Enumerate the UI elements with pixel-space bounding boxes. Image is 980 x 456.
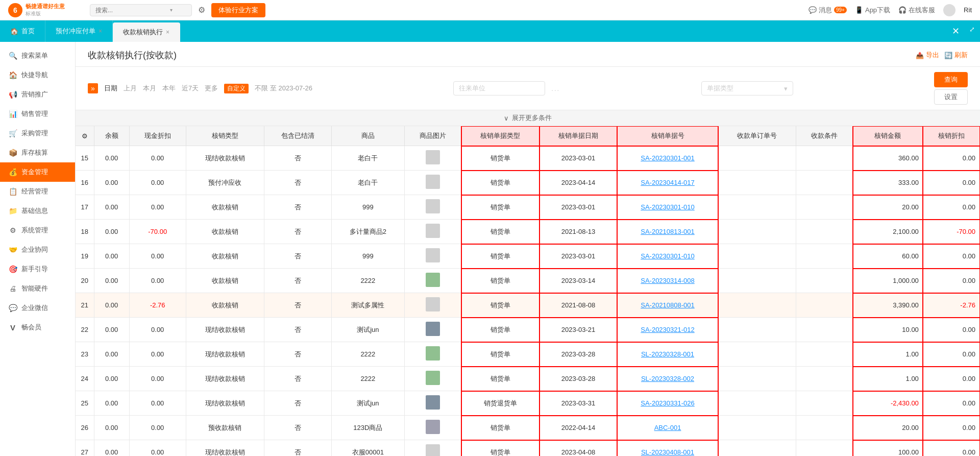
logo-icon: 6 (8, 3, 22, 17)
cell-discount: 0.00 (923, 269, 979, 293)
sidebar-item-quicknav[interactable]: 🏠 快捷导航 (0, 65, 75, 85)
sidebar-item-guide[interactable]: 🎯 新手引导 (0, 259, 75, 279)
cell-amount: 3,390.00 (853, 293, 923, 318)
cell-type: 现结收款核销 (186, 391, 264, 416)
date-7days[interactable]: 近7天 (182, 84, 199, 93)
cell-cash-discount: 0.00 (129, 342, 186, 367)
sidebar-item-collaboration[interactable]: 🤝 企业协同 (0, 240, 75, 259)
document-type-select[interactable]: 单据类型 ▾ (701, 81, 793, 95)
sidebar-item-hardware[interactable]: 🖨 智能硬件 (0, 279, 75, 298)
cell-discount: 0.00 (923, 391, 979, 416)
cell-doc-type: 销货单 (461, 416, 540, 440)
cell-doc-no[interactable]: SA-20230301-001 (617, 146, 718, 171)
cell-doc-no[interactable]: SL-20230328-002 (617, 367, 718, 391)
sidebar-item-basic-info[interactable]: 📁 基础信息 (0, 201, 75, 221)
sidebar-item-operations[interactable]: 📋 经营管理 (0, 182, 75, 201)
cell-doc-date: 2021-08-13 (540, 220, 618, 244)
close-prepay-tab-icon[interactable]: × (99, 28, 102, 35)
sidebar-item-sales[interactable]: 📊 销售管理 (0, 104, 75, 124)
message-item[interactable]: 💬 消息 99+ (808, 6, 847, 15)
action-buttons: 查询 设置 (934, 72, 968, 105)
cell-balance: 0.00 (94, 244, 129, 269)
cell-included: 否 (264, 244, 331, 269)
cell-cash-discount: 0.00 (129, 367, 186, 391)
cell-included: 否 (264, 220, 331, 244)
cell-balance: 0.00 (94, 220, 129, 244)
cell-included: 否 (264, 195, 331, 220)
from-unit-field[interactable]: 往来单位 (453, 81, 545, 95)
sidebar-item-weixin[interactable]: 💬 企业微信 (0, 298, 75, 318)
date-last-month[interactable]: 上月 (124, 84, 137, 93)
sidebar-item-system[interactable]: ⚙ 系统管理 (0, 221, 75, 240)
cell-doc-date: 2023-04-14 (540, 171, 618, 195)
online-service-item[interactable]: 🎧 在线客服 (898, 6, 935, 15)
expand-more-bar[interactable]: ∨ 展开更多条件 (76, 110, 980, 126)
cell-doc-no[interactable]: SA-20230414-017 (617, 171, 718, 195)
date-more[interactable]: 更多 (205, 84, 218, 93)
cell-payment-cond (796, 391, 852, 416)
query-button[interactable]: 查询 (934, 72, 968, 87)
col-product: 商品 (331, 126, 405, 146)
setting-button[interactable]: 设置 (934, 89, 968, 105)
cell-doc-no[interactable]: SA-20230314-008 (617, 269, 718, 293)
search-input[interactable] (95, 7, 167, 14)
sidebar-item-inventory[interactable]: 📦 库存核算 (0, 143, 75, 162)
close-collection-tab-icon[interactable]: × (166, 29, 169, 36)
logo-area: 6 畅捷通谱好生意 标准版 (8, 3, 84, 17)
refresh-button[interactable]: 🔄 刷新 (944, 51, 968, 60)
avatar[interactable] (943, 4, 955, 16)
expand-tabs-icon[interactable]: ⤢ (969, 26, 975, 33)
col-settings[interactable]: ⚙ (76, 126, 94, 146)
cell-discount: 0.00 (923, 342, 979, 367)
filter-toggle-button[interactable]: » (88, 83, 98, 93)
cell-product: 老白干 (331, 146, 405, 171)
sidebar-item-purchase[interactable]: 🛒 采购管理 (0, 124, 75, 143)
sidebar-item-member[interactable]: V 畅会员 (0, 318, 75, 337)
app-download-item[interactable]: 📱 App下载 (855, 6, 890, 15)
sidebar-item-marketing[interactable]: 📢 营销推广 (0, 85, 75, 104)
cell-doc-type: 销货单 (461, 195, 540, 220)
industry-button[interactable]: 体验行业方案 (211, 3, 265, 17)
right-content: 收款核销执行(按收款) 📤 导出 🔄 刷新 » 日期 上月 本月 本年 近7天 … (76, 42, 980, 456)
cell-doc-no[interactable]: SA-20230301-010 (617, 195, 718, 220)
date-custom[interactable]: 自定义 (224, 84, 249, 93)
cell-doc-no[interactable]: SA-20230301-010 (617, 244, 718, 269)
cell-product: 2222 (331, 269, 405, 293)
cell-doc-no[interactable]: SA-20230331-026 (617, 391, 718, 416)
cell-discount: 0.00 (923, 195, 979, 220)
tab-prepay[interactable]: 预付冲应付单 × (45, 20, 113, 42)
cell-doc-no[interactable]: SA-20210808-001 (617, 293, 718, 318)
gear-icon[interactable]: ⚙ (198, 5, 205, 15)
cell-amount: 333.00 (853, 171, 923, 195)
date-this-month[interactable]: 本月 (143, 84, 156, 93)
export-button[interactable]: 📤 导出 (916, 51, 939, 60)
cell-balance: 0.00 (94, 171, 129, 195)
cell-doc-no[interactable]: SA-20230321-012 (617, 318, 718, 342)
close-all-tabs-icon[interactable]: ✕ (952, 26, 960, 37)
tab-home[interactable]: 🏠 首页 (0, 20, 45, 42)
sidebar-item-finance[interactable]: 💰 资金管理 (0, 162, 75, 182)
cell-doc-no[interactable]: SA-20210813-001 (617, 220, 718, 244)
select-arrow-icon: ▾ (784, 85, 788, 92)
sidebar-item-search[interactable]: 🔍 搜索菜单 (0, 46, 75, 65)
tab-collection[interactable]: 收款核销执行 × (113, 22, 180, 42)
cell-amount: 20.00 (853, 195, 923, 220)
cell-doc-no[interactable]: SL-20230328-001 (617, 342, 718, 367)
dropdown-arrow-icon: ▾ (170, 7, 173, 13)
cell-doc-date: 2021-08-08 (540, 293, 618, 318)
cell-type: 现结收款核销 (186, 318, 264, 342)
cell-included: 否 (264, 367, 331, 391)
cell-doc-no[interactable]: ABC-001 (617, 416, 718, 440)
cell-doc-no[interactable]: SL-20230408-001 (617, 440, 718, 457)
service-icon: 🎧 (898, 6, 906, 14)
col-type: 核销类型 (186, 126, 264, 146)
search-box[interactable]: ▾ (90, 4, 192, 16)
cell-id: 17 (76, 195, 94, 220)
col-doc-no: 核销单据号 (617, 126, 718, 146)
cell-cash-discount: 0.00 (129, 171, 186, 195)
cell-order-no (718, 440, 796, 457)
date-this-year[interactable]: 本年 (162, 84, 176, 93)
cell-discount: 0.00 (923, 440, 979, 457)
cell-included: 否 (264, 146, 331, 171)
table-row: 27 0.00 0.00 现结收款核销 否 衣服00001 销货单 2023-0… (76, 440, 980, 457)
